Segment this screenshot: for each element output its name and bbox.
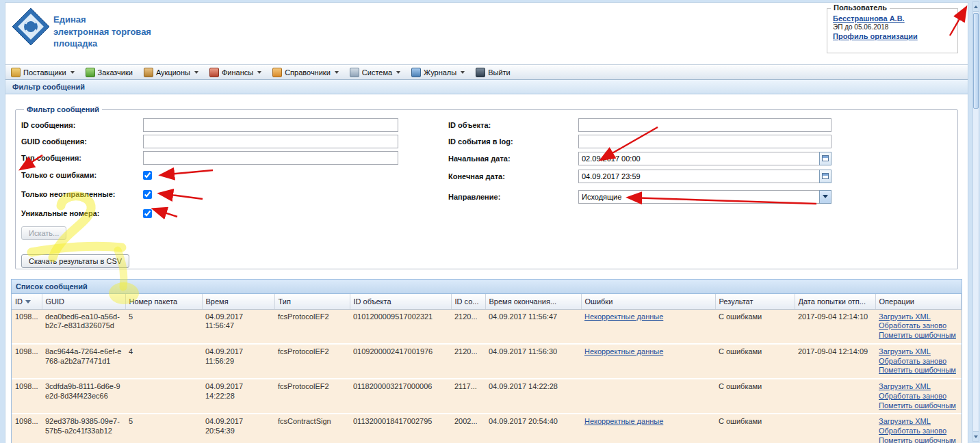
calendar-icon	[822, 173, 829, 179]
messages-grid-panel: Список сообщений ID GUID Номер пакета Вр…	[11, 279, 962, 443]
col-header-errors[interactable]: Ошибки	[581, 294, 715, 309]
op-mark-error-link[interactable]: Пометить ошибочным	[879, 331, 958, 340]
cell-type: fcsContractSign	[274, 414, 350, 443]
only-unsent-checkbox[interactable]	[143, 190, 152, 199]
menu-item-directories[interactable]: Справочники	[272, 68, 339, 77]
menu-item-finance[interactable]: Финансы	[209, 68, 261, 77]
menu-item-system[interactable]: Система	[350, 68, 400, 77]
start-date-label: Начальная дата:	[448, 155, 578, 163]
op-reprocess-link[interactable]: Обработать заново	[879, 392, 958, 401]
menu-item-label: Журналы	[424, 68, 456, 77]
col-header-end-time[interactable]: Время окончания...	[485, 294, 581, 309]
cell-result: С ошибками	[715, 379, 795, 414]
cell-operations: Загрузить XML Обработать заново Пометить…	[875, 379, 962, 414]
vertical-scrollbar[interactable]	[972, 1, 979, 442]
filter-panel: Фильтр сообщений ID сообщения: GUID сооб…	[15, 105, 958, 269]
col-header-id-so[interactable]: ID со...	[451, 294, 485, 309]
logout-icon	[476, 68, 485, 77]
app-title: Единая электронная торговая площадка	[53, 14, 151, 50]
arrow-up-icon	[974, 5, 978, 8]
chevron-down-icon	[257, 71, 261, 74]
org-profile-link[interactable]: Профиль организации	[833, 32, 952, 40]
log-event-id-input[interactable]	[578, 135, 831, 148]
col-header-guid[interactable]: GUID	[42, 294, 125, 309]
start-date-calendar-button[interactable]	[819, 152, 831, 165]
op-mark-error-link[interactable]: Пометить ошибочным	[879, 436, 958, 443]
table-row[interactable]: 1098... dea0bed6-ea10-a56d-b2c7-e831d326…	[12, 309, 962, 344]
end-date-input[interactable]	[578, 170, 819, 183]
cell-time: 04.09.2017 11:56:47	[202, 309, 274, 344]
op-load-xml-link[interactable]: Загрузить XML	[879, 417, 958, 427]
app-title-line1: Единая	[53, 14, 151, 26]
messages-table: ID GUID Номер пакета Время Тип ID объект…	[12, 294, 962, 443]
menu-item-customers[interactable]: Заказчики	[86, 68, 133, 77]
message-type-input[interactable]	[143, 151, 398, 165]
table-row[interactable]: 1098... 92ed378b-9385-09e7-57b5-a2c41f33…	[12, 414, 962, 443]
cell-result: С ошибками	[715, 309, 795, 344]
col-header-operations[interactable]: Операции	[875, 294, 962, 309]
col-header-time[interactable]: Время	[202, 294, 274, 309]
cell-package	[125, 379, 202, 414]
cell-id: 1098...	[12, 379, 42, 414]
op-reprocess-link[interactable]: Обработать заново	[879, 321, 958, 331]
col-header-id[interactable]: ID	[12, 294, 42, 309]
unique-numbers-checkbox[interactable]	[143, 209, 152, 218]
main-window: Единая электронная торговая площадка Пол…	[5, 2, 968, 443]
errors-link[interactable]: Некорректные данные	[584, 417, 663, 425]
col-header-object-id[interactable]: ID объекта	[350, 294, 451, 309]
chevron-down-icon	[194, 71, 198, 74]
log-event-id-label: ID события в log:	[448, 137, 578, 146]
col-header-package[interactable]: Номер пакета	[125, 294, 202, 309]
direction-dropdown-button[interactable]	[819, 190, 831, 204]
search-button[interactable]: Искать...	[21, 226, 66, 240]
download-csv-button[interactable]: Скачать результаты в CSV	[21, 254, 129, 268]
cell-package: 4	[125, 344, 202, 379]
cell-object-id: 0113200018417002795	[350, 414, 451, 443]
cell-time: 04.09.2017 20:54:39	[202, 414, 274, 443]
errors-link[interactable]: Некорректные данные	[584, 347, 663, 355]
message-guid-input[interactable]	[143, 135, 398, 148]
message-id-label: ID сообщения:	[21, 121, 143, 129]
col-header-result[interactable]: Результат	[715, 294, 795, 309]
message-id-input[interactable]	[143, 118, 398, 132]
only-unsent-label: Только неотправленные:	[21, 190, 143, 198]
start-date-input[interactable]	[578, 152, 819, 165]
cell-object-id: 0101200009517002321	[350, 309, 451, 344]
menu-item-logout[interactable]: Выйти	[476, 68, 511, 77]
col-header-type[interactable]: Тип	[274, 294, 350, 309]
table-row[interactable]: 1098... 8ac9644a-7264-e6ef-e768-a2b2a774…	[12, 344, 962, 379]
object-id-input[interactable]	[578, 118, 831, 132]
menu-item-suppliers[interactable]: Поставщики	[11, 68, 75, 77]
errors-link[interactable]: Некорректные данные	[584, 312, 663, 321]
scroll-up-button[interactable]	[973, 2, 979, 12]
table-row[interactable]: 1098... 3cdfda9b-8111-6d6e-9e2d-8d34f423…	[12, 379, 962, 414]
op-load-xml-link[interactable]: Загрузить XML	[879, 382, 958, 392]
op-mark-error-link[interactable]: Пометить ошибочным	[879, 366, 958, 375]
user-name-link[interactable]: Бесстрашнова А.В.	[833, 14, 952, 23]
cell-operations: Загрузить XML Обработать заново Пометить…	[875, 309, 962, 344]
only-errors-checkbox[interactable]	[143, 171, 152, 180]
menu-item-auctions[interactable]: Аукционы	[144, 68, 198, 77]
cell-id: 1098...	[12, 344, 42, 379]
arrow-down-icon	[974, 435, 978, 438]
op-mark-error-link[interactable]: Пометить ошибочным	[879, 401, 958, 411]
cell-operations: Загрузить XML Обработать заново Пометить…	[875, 344, 962, 379]
app-header: Единая электронная торговая площадка Пол…	[5, 3, 968, 64]
direction-select[interactable]	[578, 190, 819, 204]
end-date-label: Конечная дата:	[448, 172, 578, 180]
op-reprocess-link[interactable]: Обработать заново	[879, 427, 958, 436]
cell-end-time: 04.09.2017 20:54:40	[485, 414, 581, 443]
menu-item-journals[interactable]: Журналы	[411, 68, 465, 77]
cell-errors: Некорректные данные	[581, 309, 715, 344]
menu-item-label: Аукционы	[156, 68, 190, 77]
col-header-attempt-date[interactable]: Дата попытки отп...	[795, 294, 875, 309]
op-load-xml-link[interactable]: Загрузить XML	[879, 312, 958, 322]
cell-id-so: 2120...	[451, 309, 485, 344]
end-date-calendar-button[interactable]	[819, 170, 831, 183]
app-title-line3: площадка	[53, 38, 151, 50]
scrollbar-thumb[interactable]	[973, 13, 979, 109]
scroll-down-button[interactable]	[973, 431, 979, 441]
op-load-xml-link[interactable]: Загрузить XML	[879, 347, 958, 357]
cell-end-time: 04.09.2017 14:22:28	[485, 379, 581, 414]
op-reprocess-link[interactable]: Обработать заново	[879, 357, 958, 366]
